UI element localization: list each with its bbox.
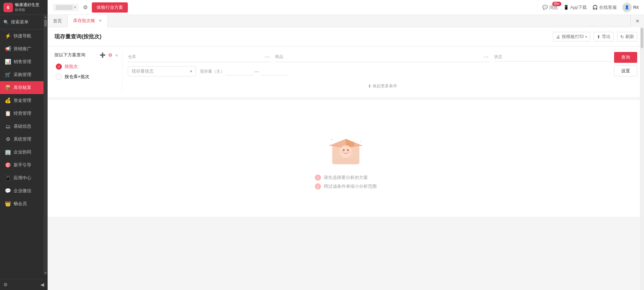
message-button[interactable]: 💬 消息 99+ — [542, 4, 558, 11]
sidebar-item-apps[interactable]: 📱 应用中心 — [0, 171, 48, 184]
template-print-label: 按模板打印 — [562, 34, 584, 40]
product-more-btn[interactable]: ··· — [482, 53, 490, 60]
sales-icon: 📊 — [5, 59, 11, 65]
product-field: 商品 ··· — [275, 52, 490, 62]
product-input-wrapper: 商品 ··· — [275, 52, 490, 62]
app-download-button[interactable]: 📱 App下载 — [563, 4, 587, 11]
filter-option-batch-label: 按批次 — [65, 64, 78, 70]
tab-inventory-batch[interactable]: 库存批次账 ✕ — [68, 15, 108, 27]
topbar-gear-icon[interactable]: ⚙ — [83, 4, 88, 11]
sidebar-item-sales[interactable]: 📊 销售管理 — [0, 55, 48, 68]
headset-icon: 🎧 — [592, 5, 598, 10]
topbar: ▾ ⚙ 体验行业方案 💬 消息 99+ 📱 App下载 🎧 在线客服 👤 Rit — [48, 0, 644, 15]
filter-settings-icon[interactable]: ⚙ — [108, 52, 113, 58]
tab-close-icon[interactable]: ✕ — [99, 18, 102, 23]
app-version: 标准版 — [15, 7, 39, 12]
online-service-button[interactable]: 🎧 在线客服 — [592, 4, 617, 11]
export-icon: ⬆ — [597, 34, 600, 39]
filter-option-warehouse-batch-label: 按仓库+批次 — [65, 74, 89, 80]
sidebar-item-member[interactable]: 👑 畅会员 — [0, 197, 48, 210]
tab-home[interactable]: 首页 — [48, 15, 68, 27]
search-menu-button[interactable]: 🔍 搜索菜单 — [3, 18, 44, 26]
product-input[interactable] — [286, 54, 481, 59]
operation-icon: 📋 — [5, 110, 11, 116]
print-dropdown-icon[interactable]: ▾ — [585, 35, 587, 39]
empty-illustration: ✦ ✦ ✦ — [325, 127, 366, 168]
purchase-icon: 🛒 — [5, 72, 11, 78]
sidebar-item-guide[interactable]: 🎯 新手引导 — [0, 159, 48, 171]
sidebar-item-label: 企业微信 — [14, 188, 31, 194]
empty-tip-1: 1 请先选择要分析的方案 — [315, 175, 377, 181]
filter-action-row: ⬆ 收起更多条件 — [128, 80, 637, 92]
breadcrumb-arrow-icon: ▾ — [74, 5, 76, 10]
app-logo: 6 — [3, 3, 13, 12]
sidebar-item-marketing[interactable]: 📢 营销推广 — [0, 42, 48, 55]
collapse-sidebar-icon[interactable]: ◀ — [40, 282, 44, 287]
filter-sidebar-actions: ➕ ⚙ « — [100, 52, 118, 58]
quick-nav-icon: ⚡ — [5, 33, 11, 39]
tab-inventory-batch-label: 库存批次账 — [73, 18, 95, 24]
sidebar-item-purchase[interactable]: 🛒 采购管理 — [0, 68, 48, 81]
sidebar-item-label: 应用中心 — [14, 175, 31, 181]
sidebar: 6 畅康通好生意 标准版 🔍 搜索菜单 ⚡ 快捷导航 📢 营销推广 📊 销售管理… — [0, 0, 48, 290]
sidebar-item-system[interactable]: ⚙ 系统管理 — [0, 133, 48, 146]
right-scroll-thumb — [641, 28, 643, 48]
sidebar-item-label: 资金管理 — [14, 97, 31, 104]
page-header: 现存量查询(按批次) 🖨 按模板打印 ▾ ⬆ 导出 ↻ 刷新 — [48, 27, 644, 47]
user-menu[interactable]: 👤 Rit — [622, 3, 639, 12]
tabbar: 首页 库存批次账 ✕ ✕ — [48, 15, 644, 27]
sidebar-item-quick-nav[interactable]: ⚡ 快捷导航 — [0, 30, 48, 42]
breadcrumb[interactable]: ▾ — [53, 4, 79, 11]
stock-main-max-input[interactable] — [260, 67, 288, 75]
stock-status-select[interactable]: 现存量状态 ▾ — [128, 66, 196, 76]
filter-collapse-icon[interactable]: « — [115, 52, 118, 58]
experience-btn[interactable]: 体验行业方案 — [92, 2, 128, 13]
online-service-label: 在线客服 — [599, 4, 617, 11]
svg-text:✦: ✦ — [331, 138, 333, 141]
warehouse-more-btn[interactable]: ··· — [263, 53, 271, 60]
warehouse-field: 仓库 ··· — [128, 52, 271, 62]
message-icon: 💬 — [542, 5, 548, 10]
sidebar-item-finance[interactable]: 💰 资金管理 — [0, 94, 48, 107]
guide-icon: 🎯 — [5, 162, 11, 168]
refresh-button[interactable]: ↻ 刷新 — [617, 32, 637, 41]
filter-option-by-warehouse-batch[interactable]: 按仓库+批次 — [54, 72, 118, 82]
template-print-button[interactable]: 🖨 按模板打印 ▾ — [553, 32, 590, 41]
sidebar-item-inventory[interactable]: 📦 库存核算 — [0, 81, 48, 94]
sidebar-search[interactable]: 🔍 搜索菜单 — [0, 15, 48, 30]
sidebar-item-basic[interactable]: 🗂 基础信息 — [0, 120, 48, 133]
tab-panel-close-button[interactable]: ✕ — [630, 15, 644, 27]
filter-row-1: 仓库 ··· 商品 ··· — [128, 52, 637, 62]
enterprise-icon: 🏢 — [5, 149, 11, 155]
warehouse-input[interactable] — [139, 54, 262, 59]
settings-button[interactable]: 设置 — [614, 66, 637, 76]
tab-home-label: 首页 — [53, 18, 62, 24]
right-scrollbar[interactable] — [640, 27, 644, 290]
sidebar-item-operation[interactable]: 📋 经营管理 — [0, 107, 48, 120]
sidebar-item-label: 新手引导 — [14, 162, 31, 168]
filter-sidebar: 按以下方案查询 ➕ ⚙ « ✓ 按批次 按仓库+批次 — [54, 52, 122, 92]
inventory-icon: 📦 — [5, 85, 11, 91]
app-name: 畅康通好生意 — [15, 2, 39, 8]
filter-option-by-batch[interactable]: ✓ 按批次 — [54, 61, 118, 72]
scroll-down-arrow[interactable]: ▼ — [44, 271, 48, 275]
query-button[interactable]: 查询 — [614, 52, 637, 63]
sidebar-item-enterprise[interactable]: 🏢 企业协同 — [0, 146, 48, 159]
settings-icon[interactable]: ⚙ — [3, 282, 8, 287]
sidebar-item-label: 快捷导航 — [14, 33, 31, 39]
sidebar-item-wechat[interactable]: 💬 企业微信 — [0, 184, 48, 197]
filter-add-icon[interactable]: ➕ — [100, 52, 105, 58]
stock-main-min-input[interactable] — [226, 67, 253, 75]
product-label: 商品 — [275, 54, 285, 60]
sidebar-item-label: 企业协同 — [14, 149, 31, 155]
export-label: 导出 — [602, 34, 611, 40]
sidebar-header: 6 畅康通好生意 标准版 — [0, 0, 48, 15]
wechat-icon: 💬 — [5, 188, 11, 194]
sidebar-scrollbar[interactable]: ▲ ▼ — [44, 15, 48, 275]
svg-text:✦: ✦ — [359, 140, 362, 143]
scroll-up-arrow[interactable]: ▲ — [44, 15, 48, 19]
search-icon: 🔍 — [3, 20, 9, 25]
export-button[interactable]: ⬆ 导出 — [594, 32, 614, 41]
sidebar-item-label: 库存核算 — [14, 85, 31, 91]
collapse-more-btn[interactable]: ⬆ 收起更多条件 — [368, 83, 397, 89]
